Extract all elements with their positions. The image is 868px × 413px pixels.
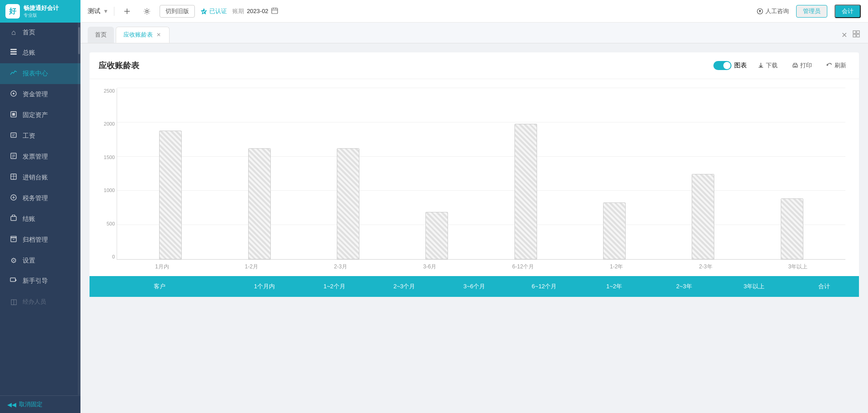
admin-btn[interactable]: 管理员 [796,5,827,18]
logo-icon: 好 [5,4,20,19]
sidebar-item-payroll[interactable]: 工资 [0,126,80,146]
chart-container: 0 500 1000 1500 2000 2500 [90,79,859,269]
sidebar-item-extra[interactable]: ◫ 经办人员 [0,291,80,312]
x-label-3: 3-6月 [423,263,436,271]
role-btn[interactable]: 会计 [835,5,861,18]
sidebar-item-reports[interactable]: 报表中心 [0,63,80,84]
page-title: 应收账龄表 [99,60,139,71]
main-area: 测试 ▼ 切到旧版 已认证 账期 2023-02 人工咨询 管理员 [80,0,868,413]
chart-toggle[interactable] [713,61,731,70]
svg-point-34 [760,12,760,13]
assets-icon [9,111,18,120]
company-selector[interactable]: 测试 ▼ [88,7,108,15]
sidebar-item-funds[interactable]: 资金管理 [0,84,80,105]
tabbar-actions: ✕ [840,29,861,43]
payroll-icon [9,131,18,141]
table-header-row: 客户 1个月内 1~2个月 2~3个月 3~6个月 6~12个月 1~2年 2~… [90,276,859,297]
switch-version-btn[interactable]: 切到旧版 [160,5,195,18]
topbar-divider-1 [114,7,114,16]
y-label-2000: 2000 [92,121,115,127]
close-tab-btn[interactable]: ✕ [840,30,848,40]
tab-home[interactable]: 首页 [88,27,114,43]
print-icon [792,62,798,69]
svg-point-4 [13,93,14,94]
logo: 好 畅捷通好会计 专业版 [0,0,80,23]
tax-icon [9,194,18,203]
sidebar-item-assets[interactable]: 固定资产 [0,105,80,126]
bar-group-1 [248,148,271,259]
svg-rect-35 [853,31,856,33]
refresh-btn[interactable]: 刷新 [823,60,850,71]
x-label-0: 1月内 [155,263,169,271]
bar-group-7 [781,198,803,259]
settings-btn[interactable] [140,4,154,19]
th-3plus-year: 3年以上 [719,276,789,297]
calendar-icon[interactable] [271,7,278,15]
logo-text: 畅捷通好会计 专业版 [24,4,59,19]
chart-toggle-group: 图表 [713,61,747,70]
sidebar-item-tax[interactable]: 税务管理 [0,188,80,209]
tab-ar-aging[interactable]: 应收账龄表 ✕ [116,27,170,43]
sidebar-item-sales[interactable]: 进销台账 [0,167,80,188]
sidebar-item-invoice[interactable]: 发票管理 [0,146,80,167]
reports-icon [9,69,18,78]
sidebar-item-close-period[interactable]: 结账 [0,209,80,230]
sidebar-item-archive[interactable]: 归档管理 [0,230,80,250]
svg-rect-2 [10,53,17,55]
close-period-icon [9,215,18,224]
company-chevron-icon: ▼ [103,8,108,14]
sidebar-item-home[interactable]: ⌂ 首页 [0,23,80,42]
y-label-500: 500 [92,221,115,226]
x-label-2: 2-3月 [334,263,347,271]
bar-1-2month [248,148,271,259]
cancel-fixed-btn[interactable]: ◀◀ 取消固定 [0,395,80,413]
sidebar-item-ledger[interactable]: 总账 [0,42,80,63]
svg-rect-22 [11,236,16,238]
download-btn[interactable]: 下载 [754,60,781,71]
th-1month: 1个月内 [229,276,299,297]
y-label-1500: 1500 [92,155,115,160]
svg-rect-36 [857,31,859,33]
x-label-1: 1-2月 [245,263,258,271]
chart-area: 0 500 1000 1500 2000 2500 [117,88,845,260]
th-2-3month: 2~3个月 [369,276,439,297]
consult-btn[interactable]: 人工咨询 [756,7,789,15]
svg-point-28 [146,10,148,12]
bar-group-0 [159,131,182,259]
sidebar-scrollbar-thumb [78,27,80,54]
sidebar-item-settings[interactable]: ⚙ 设置 [0,250,80,271]
bar-6-12month [514,124,537,259]
bar-3-6month [425,212,448,259]
sales-icon [9,173,18,182]
sidebar-item-guide[interactable]: 新手引导 [0,271,80,291]
svg-marker-25 [15,279,17,282]
th-6-12month: 6~12个月 [509,276,579,297]
bar-group-5 [603,202,626,259]
print-btn[interactable]: 打印 [788,60,816,71]
chart-toggle-label: 图表 [734,61,747,70]
th-3-6month: 3~6个月 [439,276,509,297]
content-area: 应收账龄表 图表 下载 打印 [80,43,868,413]
invoice-icon [9,152,18,161]
expand-tab-btn[interactable] [852,29,861,40]
x-label-4: 6-12个月 [512,263,534,271]
tabbar: 首页 应收账龄表 ✕ ✕ [80,23,868,43]
sidebar-scrollbar[interactable] [78,23,80,395]
table-section: 客户 1个月内 1~2个月 2~3个月 3~6个月 6~12个月 1~2年 2~… [90,276,859,297]
add-company-btn[interactable] [120,4,134,19]
y-axis: 0 500 1000 1500 2000 2500 [92,88,115,259]
svg-rect-24 [10,278,15,282]
refresh-icon [826,62,833,69]
page-actions: 图表 下载 打印 刷新 [713,60,850,71]
topbar-right: 人工咨询 管理员 会计 [756,5,861,18]
y-label-2500: 2500 [92,88,115,94]
tab-close-icon[interactable]: ✕ [156,32,162,38]
x-label-5: 1-2年 [610,263,623,271]
bar-3plus-year [781,198,803,259]
svg-rect-7 [11,133,16,137]
bar-2-3year [692,174,714,259]
funds-icon [9,90,18,99]
bar-group-4 [514,124,537,259]
th-customer: 客户 [90,276,229,297]
home-icon: ⌂ [9,28,18,37]
